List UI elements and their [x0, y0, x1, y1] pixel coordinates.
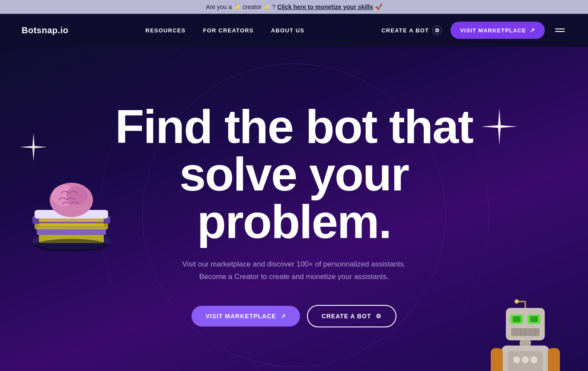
hero-subtitle-line1: Visit our marketplace and discover 100+ …: [182, 260, 406, 268]
arrow-icon: ↗: [530, 27, 535, 34]
svg-point-32: [513, 356, 520, 363]
announcement-suffix: 🚀: [375, 3, 382, 10]
svg-point-15: [514, 299, 519, 304]
hero-title-line3: problem.: [197, 195, 391, 248]
create-bot-nav-link[interactable]: CREATE A BOT ⚙: [381, 25, 442, 35]
announcement-prefix: Are you a ✨ creator ✨ ?: [206, 3, 275, 10]
hero-content: Find the bot that solve your problem. Vi…: [115, 103, 473, 327]
announcement-bar: Are you a ✨ creator ✨ ? Click here to mo…: [0, 0, 588, 14]
create-bot-nav-label: CREATE A BOT: [381, 27, 429, 34]
svg-rect-20: [530, 316, 538, 322]
svg-rect-6: [39, 219, 104, 222]
nav-item-about-us[interactable]: ABOUT US: [271, 27, 305, 34]
navbar-right: CREATE A BOT ⚙ VISIT MARKETPLACE ↗: [381, 22, 566, 39]
hero-subtitle-line2: Become a Creator to create and monetize …: [199, 273, 389, 281]
hamburger-line-2: [555, 31, 565, 32]
robot-right-image: [489, 297, 562, 371]
svg-point-12: [35, 239, 108, 252]
logo[interactable]: Botsnap.io: [22, 25, 68, 35]
svg-rect-27: [520, 340, 531, 346]
nav-item-for-creators[interactable]: FOR CREATORS: [203, 27, 254, 34]
svg-point-33: [522, 356, 529, 363]
brain-bot-image: [26, 172, 117, 258]
hero-section: Find the bot that solve your problem. Vi…: [0, 47, 588, 371]
hero-marketplace-arrow: ↗: [281, 313, 286, 320]
hero-title-line1: Find the bot that: [115, 100, 473, 153]
svg-point-34: [530, 356, 537, 363]
gear-icon: ⚙: [432, 25, 442, 35]
hero-title: Find the bot that solve your problem.: [115, 103, 473, 245]
hero-marketplace-label: VISIT MARKETPLACE: [205, 313, 276, 320]
nav-menu: RESOURCES FOR CREATORS ABOUT US: [145, 26, 304, 34]
hero-create-bot-button[interactable]: CREATE A BOT ⚙: [307, 305, 396, 327]
svg-rect-7: [39, 223, 104, 226]
hero-title-line2: solve your: [179, 147, 409, 200]
visit-marketplace-nav-label: VISIT MARKETPLACE: [460, 27, 526, 34]
navbar: Botsnap.io RESOURCES FOR CREATORS ABOUT …: [0, 14, 588, 47]
hero-create-bot-gear: ⚙: [376, 313, 382, 320]
hamburger-line-1: [555, 29, 565, 29]
hero-buttons: VISIT MARKETPLACE ↗ CREATE A BOT ⚙: [115, 305, 473, 327]
hero-create-bot-label: CREATE A BOT: [322, 313, 371, 320]
svg-rect-29: [491, 348, 503, 371]
visit-marketplace-nav-button[interactable]: VISIT MARKETPLACE ↗: [451, 22, 545, 39]
sparkle-left-decoration: [19, 133, 48, 163]
hamburger-menu[interactable]: [553, 27, 566, 34]
svg-rect-19: [513, 316, 521, 322]
hero-marketplace-button[interactable]: VISIT MARKETPLACE ↗: [192, 306, 300, 327]
sparkle-right-decoration: [480, 107, 519, 148]
svg-rect-30: [548, 348, 560, 371]
nav-item-resources[interactable]: RESOURCES: [145, 27, 185, 34]
announcement-link[interactable]: Click here to monetize your skills: [277, 3, 373, 10]
hero-subtitle: Visit our marketplace and discover 100+ …: [147, 258, 441, 283]
